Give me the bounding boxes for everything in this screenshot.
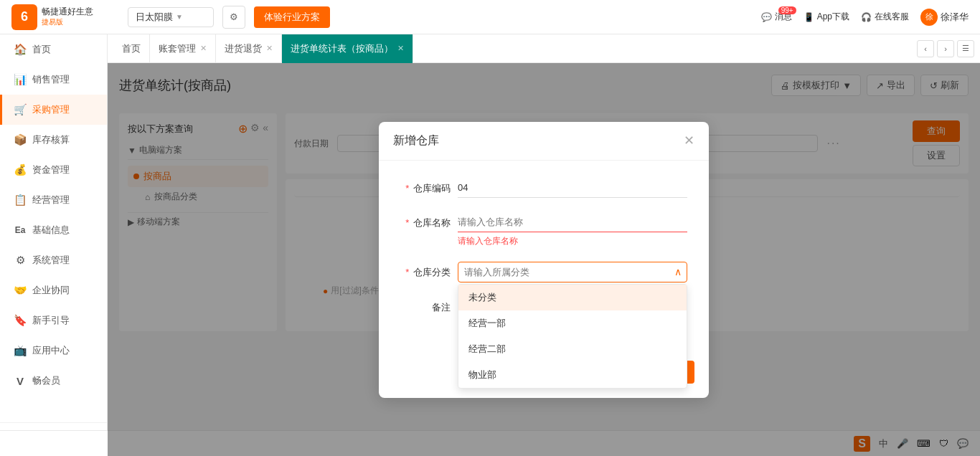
online-service-label: 在线客服 xyxy=(875,11,909,23)
gear-button[interactable]: ⚙ xyxy=(222,6,245,29)
tab-close-account[interactable]: ✕ xyxy=(200,44,207,53)
sidebar-label-guide: 新手引导 xyxy=(32,314,70,327)
sidebar-label-basic-info: 基础信息 xyxy=(32,224,70,237)
online-service-item[interactable]: 🎧 在线客服 xyxy=(861,11,909,23)
headset-icon: 🎧 xyxy=(861,12,872,22)
sidebar-item-finance[interactable]: 💰 资金管理 xyxy=(0,155,107,185)
sidebar-item-member[interactable]: V 畅会员 xyxy=(0,366,107,396)
sidebar-item-inventory[interactable]: 📦 库存核算 xyxy=(0,125,107,155)
messages-item[interactable]: 💬 消息 99+ xyxy=(761,11,792,23)
tab-actions: ‹ › ☰ xyxy=(917,40,974,57)
member-icon: V xyxy=(14,375,27,387)
page-content: 进货单统计(按商品) 🖨 按模板打印 ▼ ↗ 导出 ↺ 刷新 xyxy=(108,63,980,456)
sidebar-label-collab: 企业协同 xyxy=(32,284,70,297)
dialog-body: * 仓库编码 * 仓库名称 xyxy=(379,161,709,352)
sidebar-item-operations[interactable]: 📋 经营管理 xyxy=(0,185,107,215)
system-icon: ⚙ xyxy=(14,254,27,267)
inventory-icon: 📦 xyxy=(14,133,27,146)
dropdown-item-dept1[interactable]: 经营一部 xyxy=(458,310,687,336)
tab-home[interactable]: 首页 xyxy=(113,34,150,63)
sales-icon: 📊 xyxy=(14,73,27,86)
top-bar-right: 💬 消息 99+ 📱 App下载 🎧 在线客服 徐 徐泽华 xyxy=(761,9,969,26)
sidebar-label-home: 首页 xyxy=(32,43,51,56)
category-label: * 仓库分类 xyxy=(400,262,451,279)
name-label: * 仓库名称 xyxy=(400,212,451,229)
logo-title: 畅捷通好生意 xyxy=(42,6,93,18)
dropdown-item-unclassified[interactable]: 未分类 xyxy=(458,285,687,310)
form-row-code: * 仓库编码 xyxy=(400,178,687,198)
note-label: 备注 xyxy=(400,297,451,314)
tab-menu-btn[interactable]: ☰ xyxy=(957,40,974,57)
main-layout: 🏠 首页 📊 销售管理 🛒 采购管理 📦 库存核算 💰 资金管理 📋 经 xyxy=(0,34,980,456)
sidebar-item-system[interactable]: ⚙ 系统管理 xyxy=(0,245,107,275)
sidebar-item-guide[interactable]: 🔖 新手引导 xyxy=(0,305,107,336)
name-input[interactable] xyxy=(458,212,687,232)
basic-info-icon: Ea xyxy=(14,225,27,235)
tab-label-purchase-stats: 进货单统计表（按商品） xyxy=(291,42,393,55)
tab-purchase-stats[interactable]: 进货单统计表（按商品） ✕ xyxy=(282,34,413,63)
sidebar-scroll: 🏠 首页 📊 销售管理 🛒 采购管理 📦 库存核算 💰 资金管理 📋 经 xyxy=(0,34,107,422)
top-bar: 6 畅捷通好生意 捷易版 日太阳膜 ▼ ⚙ 体验行业方案 💬 消息 99+ 📱 … xyxy=(0,0,980,34)
sidebar-label-finance: 资金管理 xyxy=(32,163,70,176)
collab-icon: 🤝 xyxy=(14,284,27,297)
form-row-category: * 仓库分类 ∧ 未分类 经营一部 经营二部 物业部 xyxy=(400,262,687,282)
sidebar-item-collab[interactable]: 🤝 企业协同 xyxy=(0,275,107,305)
finance-icon: 💰 xyxy=(14,163,27,176)
sidebar-item-apps[interactable]: 📺 应用中心 xyxy=(0,336,107,366)
logo-icon: 6 xyxy=(11,4,37,30)
dialog-close-btn[interactable]: ✕ xyxy=(684,134,694,147)
tab-account[interactable]: 账套管理 ✕ xyxy=(150,34,216,63)
sidebar-item-home[interactable]: 🏠 首页 xyxy=(0,34,107,65)
sidebar-label-operations: 经营管理 xyxy=(32,194,70,206)
sidebar-label-inventory: 库存核算 xyxy=(32,133,70,146)
sidebar-item-basic-info[interactable]: Ea 基础信息 xyxy=(0,215,107,245)
form-row-name: * 仓库名称 请输入仓库名称 xyxy=(400,212,687,247)
store-selector[interactable]: 日太阳膜 ▼ xyxy=(128,7,214,27)
user-item[interactable]: 徐 徐泽华 xyxy=(920,9,969,26)
tab-prev-btn[interactable]: ‹ xyxy=(917,40,934,57)
category-input[interactable] xyxy=(458,262,687,282)
tab-label-account: 账套管理 xyxy=(159,42,196,55)
required-star-name: * xyxy=(405,217,409,228)
store-dropdown-icon: ▼ xyxy=(176,13,183,21)
tab-bar: 首页 账套管理 ✕ 进货退货 ✕ 进货单统计表（按商品） ✕ ‹ › ☰ xyxy=(108,34,980,63)
sidebar-label-system: 系统管理 xyxy=(32,254,70,267)
dialog-header: 新增仓库 ✕ xyxy=(379,122,709,161)
tab-label-home: 首页 xyxy=(122,42,141,55)
tab-purchase-return[interactable]: 进货退货 ✕ xyxy=(216,34,282,63)
name-error-msg: 请输入仓库名称 xyxy=(458,235,687,247)
dialog-title: 新增仓库 xyxy=(393,133,439,148)
code-control xyxy=(458,178,687,198)
dropdown-item-dept2[interactable]: 经营二部 xyxy=(458,336,687,362)
sidebar-label-sales: 销售管理 xyxy=(32,73,70,86)
sidebar-item-sales[interactable]: 📊 销售管理 xyxy=(0,65,107,95)
user-name: 徐泽华 xyxy=(941,11,969,24)
required-star-category: * xyxy=(405,267,409,277)
sidebar-label-member: 畅会员 xyxy=(32,374,60,387)
tab-next-btn[interactable]: › xyxy=(937,40,954,57)
tab-label-purchase-return: 进货退货 xyxy=(225,42,262,55)
tab-close-purchase-stats[interactable]: ✕ xyxy=(397,44,404,53)
sidebar-item-purchase[interactable]: 🛒 采购管理 xyxy=(0,95,107,125)
store-name: 日太阳膜 xyxy=(136,11,173,24)
trial-button[interactable]: 体验行业方案 xyxy=(254,6,330,28)
logo-area: 6 畅捷通好生意 捷易版 xyxy=(11,4,119,30)
app-download-item[interactable]: 📱 App下载 xyxy=(804,11,849,23)
dialog-overlay: 新增仓库 ✕ * 仓库编码 xyxy=(108,63,980,456)
logo-subtitle: 捷易版 xyxy=(42,17,93,27)
tab-close-purchase-return[interactable]: ✕ xyxy=(266,44,273,53)
guide-icon: 🔖 xyxy=(14,314,27,327)
app-download-label: App下载 xyxy=(817,11,849,23)
app-icon: 📱 xyxy=(804,12,814,22)
sidebar: 🏠 首页 📊 销售管理 🛒 采购管理 📦 库存核算 💰 资金管理 📋 经 xyxy=(0,34,108,456)
sidebar-label-purchase: 采购管理 xyxy=(32,103,70,116)
category-toggle-icon[interactable]: ∧ xyxy=(674,266,682,277)
new-warehouse-dialog: 新增仓库 ✕ * 仓库编码 xyxy=(379,122,709,398)
code-label: * 仓库编码 xyxy=(400,178,451,195)
home-icon: 🏠 xyxy=(14,43,27,56)
message-icon: 💬 xyxy=(761,12,772,22)
category-dropdown: 未分类 经营一部 经营二部 物业部 xyxy=(458,284,687,389)
name-control: 请输入仓库名称 xyxy=(458,212,687,247)
dropdown-item-dept3[interactable]: 物业部 xyxy=(458,362,687,388)
code-input[interactable] xyxy=(458,178,687,198)
